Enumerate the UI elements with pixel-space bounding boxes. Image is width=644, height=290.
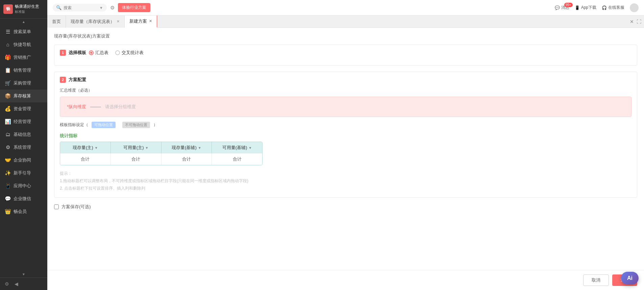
- chevron-down-icon-3: ▼: [249, 146, 252, 150]
- sidebar-item-operations[interactable]: 📊 经营管理: [0, 115, 47, 128]
- search-dropdown-icon[interactable]: ▼: [99, 6, 103, 10]
- logo-text: 畅康通好生意 标准版: [15, 4, 39, 14]
- sidebar-item-marketing[interactable]: 🎁 营销推广: [0, 51, 47, 64]
- radio-cross-circle: [115, 50, 120, 55]
- page-content: 现存量(库存状况表)方案设置 1 选择模板 汇总表 交叉统计表: [47, 28, 644, 270]
- search-input[interactable]: [64, 5, 97, 10]
- user-avatar[interactable]: [630, 3, 639, 12]
- message-button[interactable]: 💬 消息 99+: [555, 5, 569, 10]
- dimension-vertical-label: *纵向维度: [67, 104, 86, 110]
- dimension-box[interactable]: *纵向维度 —— 请选择分组维度: [60, 97, 631, 117]
- finance-icon: 💰: [5, 106, 11, 112]
- sidebar-scroll-up[interactable]: ▲: [0, 19, 47, 25]
- indicator-fixed-badge: 不可拖动位置: [122, 122, 150, 128]
- radio-cross[interactable]: 交叉统计表: [115, 50, 144, 56]
- newbie-icon: ✨: [5, 170, 11, 176]
- step2-title: 方案配置: [69, 77, 86, 83]
- indicator-row: 模板指标设定（ 可拖动位置 不可拖动位置 ）: [60, 122, 631, 128]
- ai-fab-button[interactable]: Ai: [621, 272, 639, 285]
- sidebar-item-newbie[interactable]: ✨ 新手引导: [0, 167, 47, 179]
- stats-body-cell-2: 合计: [162, 153, 212, 165]
- search-menu-icon: ☰: [5, 29, 11, 35]
- step2-section: 2 方案配置 汇总维度（必选） *纵向维度 —— 请选择分组维度 模板指标设定（…: [54, 72, 637, 198]
- step1-badge: 1: [60, 50, 66, 56]
- app-logo: 畅 畅康通好生意 标准版: [0, 0, 47, 19]
- sidebar-scroll-down[interactable]: ▼: [0, 271, 47, 277]
- tips-section: 提示： 1.拖动标题栏可以调整布局，不可跨维度或指标区域拖动栏目字段(只能在同一…: [60, 171, 631, 192]
- stats-col-0[interactable]: 现存量(主) ▼: [60, 142, 111, 153]
- expand-icon[interactable]: ⛶: [637, 19, 641, 24]
- stats-table: 现存量(主) ▼ 可用量(主) ▼ 现存量(基辅) ▼ 可用量(基辅) ▼: [60, 142, 263, 165]
- footer-buttons: 取消 查询: [47, 270, 644, 290]
- sidebar: 畅 畅康通好生意 标准版 ▲ ☰ 搜索菜单 ⌂ 快捷导航 🎁 营销推广 📋 销售…: [0, 0, 47, 290]
- sidebar-item-search-menu[interactable]: ☰ 搜索菜单: [0, 25, 47, 38]
- message-icon: 💬: [555, 5, 560, 10]
- close-all-icon[interactable]: ✕: [630, 19, 634, 24]
- sidebar-item-inventory[interactable]: 📦 库存核算: [0, 90, 47, 102]
- sidebar-item-purchase[interactable]: 🛒 采购管理: [0, 77, 47, 90]
- radio-summary-circle: [89, 50, 94, 55]
- sidebar-item-finance[interactable]: 💰 资金管理: [0, 102, 47, 115]
- tabbar-right: ✕ ⛶: [630, 19, 644, 24]
- search-icon: 🔍: [56, 5, 61, 10]
- avatar: [630, 3, 639, 12]
- stats-col-2[interactable]: 现存量(基辅) ▼: [162, 142, 212, 153]
- tab-new-plan[interactable]: 新建方案 ✕: [125, 16, 157, 28]
- stats-body-cell-0: 合计: [60, 153, 111, 165]
- stats-label: 统计指标: [60, 133, 631, 139]
- sidebar-item-member[interactable]: 👑 畅会员: [0, 205, 47, 218]
- dimension-label: 汇总维度（必选）: [60, 88, 631, 93]
- wechat-icon: 💬: [5, 196, 11, 202]
- step1-section: 1 选择模板 汇总表 交叉统计表: [54, 45, 637, 66]
- operations-icon: 📊: [5, 119, 11, 125]
- tab-inventory-status[interactable]: 现存量（库存状况表） ✕: [66, 16, 125, 28]
- sidebar-item-quick-nav[interactable]: ⌂ 快捷导航: [0, 38, 47, 51]
- save-checkbox[interactable]: [54, 204, 59, 209]
- topbar: 🔍 ▼ ⚙ 体验行业方案 💬 消息 99+ 📱 App下载 🎧 在线客服: [47, 0, 644, 16]
- sidebar-item-app-center[interactable]: 📱 应用中心: [0, 179, 47, 192]
- stats-col-1[interactable]: 可用量(主) ▼: [111, 142, 162, 153]
- logo-icon: 畅: [3, 4, 13, 14]
- marketing-icon: 🎁: [5, 54, 11, 61]
- tips-item-0: 1.拖动标题栏可以调整布局，不可跨维度或指标区域拖动栏目字段(只能在同一维度或指…: [60, 178, 631, 184]
- radio-summary-dot: [90, 52, 92, 54]
- sidebar-nav: ☰ 搜索菜单 ⌂ 快捷导航 🎁 营销推广 📋 销售管理 🛒 采购管理 📦 库存核…: [0, 25, 47, 271]
- trial-button[interactable]: 体验行业方案: [118, 3, 150, 12]
- search-box[interactable]: 🔍 ▼: [53, 4, 107, 11]
- chevron-down-icon-1: ▼: [145, 146, 149, 150]
- tab-inventory-close-icon[interactable]: ✕: [117, 19, 120, 24]
- sidebar-settings-icon[interactable]: ⚙: [5, 281, 9, 287]
- tab-new-plan-close-icon[interactable]: ✕: [149, 19, 152, 23]
- enterprise-icon: 🤝: [5, 157, 11, 163]
- gear-icon[interactable]: ⚙: [110, 5, 115, 11]
- basic-info-icon: 🗂: [5, 131, 11, 137]
- sidebar-bottom: ⚙ ◀: [0, 277, 47, 290]
- sidebar-item-enterprise[interactable]: 🤝 企业协同: [0, 154, 47, 167]
- chevron-down-icon-0: ▼: [95, 146, 98, 150]
- tips-item-1: 2. 点击标题栏下拉可设置排序、插入列和删除列: [60, 185, 631, 192]
- sidebar-item-system[interactable]: ⚙ 系统管理: [0, 141, 47, 154]
- sidebar-item-basic-info[interactable]: 🗂 基础信息: [0, 128, 47, 141]
- online-service-button[interactable]: 🎧 在线客服: [602, 5, 624, 10]
- headset-icon: 🎧: [602, 5, 607, 10]
- member-icon: 👑: [5, 209, 11, 215]
- dimension-arrow: ——: [90, 104, 101, 110]
- radio-summary[interactable]: 汇总表: [89, 50, 108, 56]
- save-option: 方案保存(可选): [54, 204, 637, 210]
- app-download-button[interactable]: 📱 App下载: [575, 5, 596, 10]
- stats-col-3[interactable]: 可用量(基辅) ▼: [212, 142, 262, 153]
- tab-home[interactable]: 首页: [47, 16, 66, 28]
- stats-body-cell-1: 合计: [111, 153, 162, 165]
- tips-title: 提示：: [60, 171, 631, 176]
- inventory-icon: 📦: [5, 93, 11, 99]
- template-radio-group: 汇总表 交叉统计表: [89, 50, 144, 56]
- stats-body-cell-3: 合计: [212, 153, 262, 165]
- quick-nav-icon: ⌂: [5, 42, 11, 47]
- topbar-right: 💬 消息 99+ 📱 App下载 🎧 在线客服: [555, 3, 639, 12]
- system-icon: ⚙: [5, 144, 11, 150]
- cancel-button[interactable]: 取消: [583, 274, 609, 286]
- step1-title: 选择模板: [69, 50, 86, 56]
- sidebar-collapse-icon[interactable]: ◀: [15, 281, 18, 287]
- sidebar-item-sales[interactable]: 📋 销售管理: [0, 64, 47, 77]
- sidebar-item-wechat[interactable]: 💬 企业微信: [0, 192, 47, 205]
